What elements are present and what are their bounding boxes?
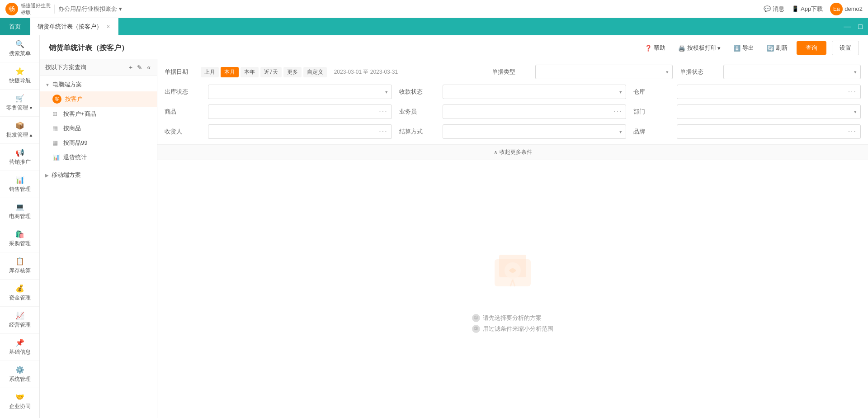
tip-num-2: ② bbox=[472, 325, 480, 333]
retail-mgmt-icon: 🛒 bbox=[15, 94, 24, 103]
date-label: 单据日期 bbox=[165, 68, 201, 76]
main-layout: 🔍 搜索菜单 ⭐ 快捷导航 🛒 零售管理 ▼ 📦 批发管理 ▲ 📢 营销推广 bbox=[0, 35, 868, 418]
message-button[interactable]: 💬 消息 bbox=[764, 5, 784, 13]
brand-label: 品牌 bbox=[633, 128, 670, 136]
sidebar-item-sales-mgmt[interactable]: 📊 销售管理 bbox=[0, 171, 39, 198]
warehouse-field[interactable]: ··· bbox=[677, 85, 861, 99]
scheme-item-by-customer-product[interactable]: ⊞ 按客户+商品 bbox=[40, 107, 157, 121]
logo-text: 畅捷通好生意 标版 bbox=[21, 2, 51, 15]
out-status-label: 出库状态 bbox=[165, 88, 201, 96]
settlement-label: 结算方式 bbox=[399, 128, 435, 136]
tab-home[interactable]: 首页 bbox=[0, 18, 30, 35]
scheme-edit-button[interactable]: ✎ bbox=[136, 63, 143, 72]
wholesale-mgmt-icon: 📦 bbox=[15, 121, 24, 130]
sidebar-item-search-menu[interactable]: 🔍 搜索菜单 bbox=[0, 35, 39, 62]
date-tabs: 上月 本月 本年 近7天 更多 自定义 bbox=[201, 67, 327, 77]
sidebar-item-ecom-mgmt[interactable]: 💻 电商管理 bbox=[0, 198, 39, 225]
brand-field[interactable]: ··· bbox=[677, 124, 861, 139]
settings-button[interactable]: 设置 bbox=[832, 41, 859, 55]
filter-row-4: 收货人 ··· 结算方式 ▾ 品牌 ··· bbox=[165, 124, 861, 139]
sidebar-item-wholesale-mgmt[interactable]: 📦 批发管理 ▲ bbox=[0, 117, 39, 144]
export-button[interactable]: ⬇️ 导出 bbox=[730, 42, 758, 54]
top-divider bbox=[54, 5, 55, 14]
sidebar-item-enterprise[interactable]: 🤝 企业协同 bbox=[0, 388, 39, 415]
settlement-arrow-icon: ▾ bbox=[619, 129, 622, 135]
out-status-field[interactable]: ▾ bbox=[208, 85, 392, 99]
receiver-field[interactable]: ··· bbox=[208, 124, 392, 139]
print-arrow-icon: ▾ bbox=[717, 45, 721, 52]
receipt-status-field[interactable]: ▾ bbox=[443, 85, 627, 99]
sidebar-item-inventory[interactable]: 📋 库存核算 bbox=[0, 252, 39, 280]
content-area: 销货单统计表（按客户） ❓ 帮助 🖨️ 按模板打印 ▾ ⬇️ 导出 bbox=[40, 35, 868, 418]
scheme-collapse-button[interactable]: « bbox=[146, 63, 151, 72]
date-tab-this-month[interactable]: 本月 bbox=[221, 67, 239, 77]
doc-type-field[interactable]: ▾ bbox=[535, 65, 673, 79]
desktop-group-arrow-icon: ▼ bbox=[45, 82, 50, 87]
query-button[interactable]: 查询 bbox=[797, 41, 826, 55]
scheme-item-by-customer-product-icon: ⊞ bbox=[52, 110, 60, 118]
enterprise-icon: 🤝 bbox=[15, 393, 24, 401]
salesperson-field[interactable]: ··· bbox=[443, 104, 627, 119]
sidebar-item-retail-mgmt[interactable]: 🛒 零售管理 ▼ bbox=[0, 90, 39, 117]
collapse-bar[interactable]: ∧ 收起更多条件 bbox=[157, 145, 868, 160]
scheme-item-by-product[interactable]: ▦ 按商品 bbox=[40, 121, 157, 136]
sidebar-item-basic-info[interactable]: 📌 基础信息 bbox=[0, 334, 39, 361]
tab-bar-right: — □ bbox=[842, 21, 868, 33]
scheme-mobile-group-title[interactable]: ▶ 移动端方案 bbox=[40, 168, 157, 182]
date-tab-this-year[interactable]: 本年 bbox=[241, 67, 259, 77]
help-icon: ❓ bbox=[645, 45, 652, 52]
refresh-button[interactable]: 🔄 刷新 bbox=[763, 42, 791, 54]
help-button[interactable]: ❓ 帮助 bbox=[641, 42, 669, 54]
sidebar-item-ops-mgmt[interactable]: 📈 经营管理 bbox=[0, 307, 39, 334]
ecom-mgmt-icon: 💻 bbox=[15, 203, 24, 211]
sidebar-item-finance-mgmt[interactable]: 💰 资金管理 bbox=[0, 280, 39, 307]
sidebar-item-newbie[interactable]: 🎯 新手引导 bbox=[0, 415, 39, 418]
tip-num-1: ① bbox=[472, 314, 480, 322]
receipt-status-arrow-icon: ▾ bbox=[619, 89, 622, 95]
date-tab-last-month[interactable]: 上月 bbox=[201, 67, 219, 77]
tab-close-button[interactable]: × bbox=[106, 23, 111, 31]
print-button[interactable]: 🖨️ 按模板打印 ▾ bbox=[675, 42, 724, 54]
sidebar-item-purchase-mgmt[interactable]: 🛍️ 采购管理 bbox=[0, 225, 39, 252]
tab-maximize-icon[interactable]: □ bbox=[856, 21, 864, 33]
product-field[interactable]: ··· bbox=[208, 104, 392, 119]
sidebar-item-sys-mgmt[interactable]: ⚙️ 系统管理 bbox=[0, 361, 39, 388]
industry-title[interactable]: 办公用品行业模拟账套 ▾ bbox=[58, 5, 122, 13]
brand-dots-icon: ··· bbox=[848, 128, 857, 136]
department-field[interactable]: ▾ bbox=[677, 104, 861, 119]
scheme-item-by-product-icon: ▦ bbox=[52, 125, 60, 132]
scheme-item-return-stats[interactable]: 📊 退货统计 bbox=[40, 150, 157, 165]
doc-status-field[interactable]: ▾ bbox=[723, 65, 861, 79]
wholesale-arrow-icon: ▲ bbox=[29, 133, 33, 138]
date-tab-last-7days[interactable]: 近7天 bbox=[260, 67, 282, 77]
sidebar-item-marketing[interactable]: 📢 营销推广 bbox=[0, 144, 39, 171]
date-tab-custom[interactable]: 自定义 bbox=[303, 67, 327, 77]
scheme-item-by-customer-icon: 客 bbox=[52, 95, 61, 104]
mobile-group-arrow-icon: ▶ bbox=[45, 173, 49, 178]
scheme-add-button[interactable]: + bbox=[128, 63, 133, 72]
scheme-item-by-product-99[interactable]: ▦ 按商品99 bbox=[40, 136, 157, 150]
user-profile[interactable]: Ea demo2 bbox=[830, 3, 863, 15]
tab-minimize-icon[interactable]: — bbox=[842, 21, 853, 33]
sys-mgmt-icon: ⚙️ bbox=[15, 366, 24, 374]
logo-area[interactable]: 畅 畅捷通好生意 标版 bbox=[5, 2, 51, 15]
tab-bar: 首页 销货单统计表（按客户） × — □ bbox=[0, 18, 868, 35]
settlement-field[interactable]: ▾ bbox=[443, 124, 627, 139]
doc-type-label: 单据类型 bbox=[492, 68, 528, 76]
sidebar: 🔍 搜索菜单 ⭐ 快捷导航 🛒 零售管理 ▼ 📦 批发管理 ▲ 📢 营销推广 bbox=[0, 35, 40, 418]
empty-tip-1: ① 请先选择要分析的方案 bbox=[472, 314, 553, 322]
two-panel: 按以下方案查询 + ✎ « ▼ 电脑端方案 客 按客户 bbox=[40, 59, 868, 418]
page-header: 销货单统计表（按客户） ❓ 帮助 🖨️ 按模板打印 ▾ ⬇️ 导出 bbox=[40, 35, 868, 59]
date-tab-more[interactable]: 更多 bbox=[283, 67, 302, 77]
empty-tip-2: ② 用过滤条件来缩小分析范围 bbox=[472, 325, 553, 333]
refresh-icon: 🔄 bbox=[767, 45, 774, 52]
scheme-item-by-customer[interactable]: 客 按客户 bbox=[40, 91, 157, 107]
tab-active[interactable]: 销货单统计表（按客户） × bbox=[30, 18, 118, 35]
out-status-arrow-icon: ▾ bbox=[385, 89, 388, 95]
app-download-button[interactable]: 📱 App下载 bbox=[792, 5, 823, 13]
quick-nav-icon: ⭐ bbox=[15, 67, 24, 76]
sidebar-item-quick-nav[interactable]: ⭐ 快捷导航 bbox=[0, 62, 39, 90]
scheme-header-title: 按以下方案查询 bbox=[45, 63, 86, 71]
scheme-desktop-group-title[interactable]: ▼ 电脑端方案 bbox=[40, 78, 157, 91]
receiver-label: 收货人 bbox=[165, 128, 201, 136]
